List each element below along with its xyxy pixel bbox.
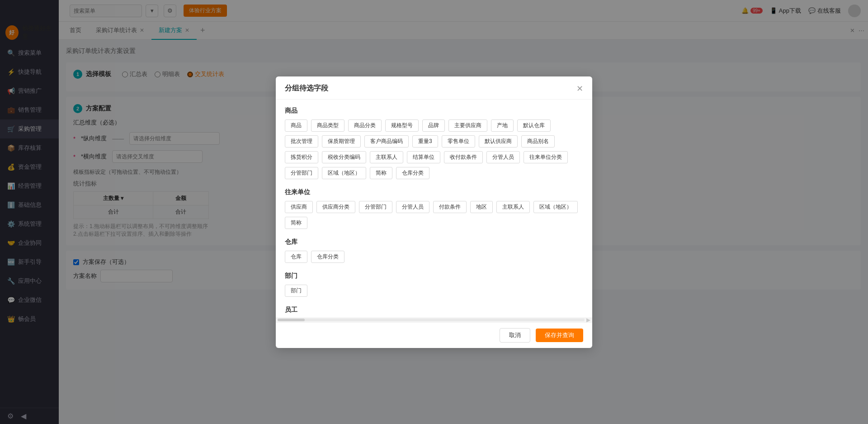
modal-header: 分组待选字段 ✕ bbox=[276, 76, 592, 100]
tag-weight3[interactable]: 重量3 bbox=[412, 135, 438, 148]
tag-origin[interactable]: 产地 bbox=[491, 119, 514, 132]
tag-cp-payment[interactable]: 付款条件 bbox=[433, 201, 467, 213]
confirm-button[interactable]: 保存并查询 bbox=[536, 329, 583, 342]
modal-footer: 取消 保存并查询 bbox=[276, 322, 592, 348]
group-warehouse-title: 仓库 bbox=[285, 238, 583, 246]
group-dept-tags: 部门 bbox=[285, 285, 583, 297]
hscroll-thumb bbox=[278, 319, 305, 321]
tag-tax-code[interactable]: 税收分类编码 bbox=[322, 151, 366, 163]
tag-product-category[interactable]: 商品分类 bbox=[348, 119, 382, 132]
tag-cp-region[interactable]: 地区 bbox=[470, 201, 493, 213]
tag-short-name[interactable]: 简称 bbox=[370, 167, 392, 179]
tag-brand[interactable]: 品牌 bbox=[422, 119, 445, 132]
group-warehouse-tags: 仓库 仓库分类 bbox=[285, 251, 583, 263]
modal-overlay: 分组待选字段 ✕ 商品 商品 商品类型 商品分类 规格型号 品牌 主要供应商 产… bbox=[0, 0, 868, 424]
tag-cp-area[interactable]: 区域（地区） bbox=[533, 201, 578, 213]
tag-wh[interactable]: 仓库 bbox=[285, 251, 307, 263]
cancel-button[interactable]: 取消 bbox=[500, 328, 530, 343]
group-warehouse: 仓库 仓库 仓库分类 bbox=[285, 238, 583, 263]
group-product: 商品 商品 商品类型 商品分类 规格型号 品牌 主要供应商 产地 默认仓库 批次… bbox=[285, 107, 583, 179]
group-staff-title: 员工 bbox=[285, 306, 583, 314]
tag-settle-unit[interactable]: 结算单位 bbox=[407, 151, 440, 163]
tag-counterpart-cat[interactable]: 往来单位分类 bbox=[524, 151, 568, 163]
tag-spec-model[interactable]: 规格型号 bbox=[385, 119, 419, 132]
tag-supplier[interactable]: 供应商 bbox=[285, 201, 313, 213]
tag-supervisor[interactable]: 分管人员 bbox=[486, 151, 520, 163]
tag-main-contact[interactable]: 主联系人 bbox=[370, 151, 403, 163]
group-counterpart-title: 往来单位 bbox=[285, 188, 583, 196]
tag-wh-cat[interactable]: 仓库分类 bbox=[311, 251, 344, 263]
tag-default-warehouse[interactable]: 默认仓库 bbox=[517, 119, 551, 132]
tag-cp-dept[interactable]: 分管部门 bbox=[359, 201, 392, 213]
group-counterpart-tags: 供应商 供应商分类 分管部门 分管人员 付款条件 地区 主联系人 区域（地区） … bbox=[285, 201, 583, 229]
group-product-title: 商品 bbox=[285, 107, 583, 115]
tag-region[interactable]: 区域（地区） bbox=[322, 167, 366, 179]
group-product-tags: 商品 商品类型 商品分类 规格型号 品牌 主要供应商 产地 默认仓库 批次管理 … bbox=[285, 119, 583, 179]
modal-title: 分组待选字段 bbox=[285, 84, 328, 93]
group-dept-title: 部门 bbox=[285, 272, 583, 280]
tag-supplier-cat[interactable]: 供应商分类 bbox=[316, 201, 355, 213]
modal-close-btn[interactable]: ✕ bbox=[576, 84, 583, 94]
tag-product-type[interactable]: 商品类型 bbox=[311, 119, 344, 132]
tag-retail-unit[interactable]: 零售单位 bbox=[442, 135, 475, 148]
tag-cp-supervisor[interactable]: 分管人员 bbox=[396, 201, 429, 213]
modal-hscrollbar[interactable]: ▶ bbox=[276, 318, 592, 322]
tag-warehouse-cat[interactable]: 仓库分类 bbox=[396, 167, 429, 179]
group-dept: 部门 部门 bbox=[285, 272, 583, 297]
group-staff: 员工 业务员 bbox=[285, 306, 583, 318]
tag-product-alias[interactable]: 商品别名 bbox=[521, 135, 555, 148]
modal-body: 商品 商品 商品类型 商品分类 规格型号 品牌 主要供应商 产地 默认仓库 批次… bbox=[276, 100, 592, 318]
tag-product[interactable]: 商品 bbox=[285, 119, 307, 132]
tag-cp-short[interactable]: 简称 bbox=[285, 217, 307, 229]
tag-payment-terms[interactable]: 收付款条件 bbox=[444, 151, 483, 163]
tag-pick-points[interactable]: 拣货积分 bbox=[285, 151, 318, 163]
tag-customer-code[interactable]: 客户商品编码 bbox=[364, 135, 409, 148]
tag-dept[interactable]: 分管部门 bbox=[285, 167, 318, 179]
tag-cp-contact[interactable]: 主联系人 bbox=[496, 201, 530, 213]
tag-batch-mgmt[interactable]: 批次管理 bbox=[285, 135, 318, 148]
tag-dept-field[interactable]: 部门 bbox=[285, 285, 307, 297]
field-select-modal: 分组待选字段 ✕ 商品 商品 商品类型 商品分类 规格型号 品牌 主要供应商 产… bbox=[276, 76, 592, 348]
group-counterpart: 往来单位 供应商 供应商分类 分管部门 分管人员 付款条件 地区 主联系人 区域… bbox=[285, 188, 583, 229]
tag-shelf-life[interactable]: 保质期管理 bbox=[322, 135, 361, 148]
tag-default-supplier[interactable]: 默认供应商 bbox=[479, 135, 518, 148]
tag-main-supplier[interactable]: 主要供应商 bbox=[448, 119, 487, 132]
